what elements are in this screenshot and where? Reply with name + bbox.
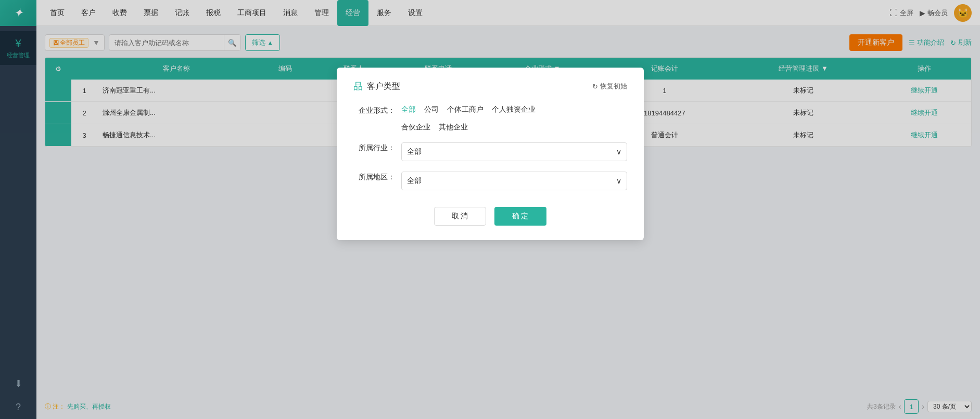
- enterprise-type-list: 全部公司个体工商户个人独资企业合伙企业其他企业: [401, 105, 627, 132]
- region-chevron-icon: ∨: [616, 177, 621, 185]
- region-label: 所属地区：: [353, 172, 395, 182]
- region-select[interactable]: 全部 ∨: [401, 172, 627, 190]
- region-row: 所属地区： 全部 ∨: [353, 172, 627, 190]
- modal-overlay: 品 客户类型 ↻ 恢复初始 企业形式： 全部公司个体工商户个人独资企业合伙企业其…: [0, 0, 980, 419]
- modal-header: 品 客户类型 ↻ 恢复初始: [353, 80, 627, 93]
- enterprise-type-option-其他企业[interactable]: 其他企业: [439, 123, 468, 132]
- reset-button[interactable]: ↻ 恢复初始: [592, 82, 627, 91]
- industry-chevron-icon: ∨: [616, 148, 621, 156]
- enterprise-form-row: 企业形式： 全部公司个体工商户个人独资企业合伙企业其他企业: [353, 105, 627, 132]
- enterprise-type-option-个人独资企业[interactable]: 个人独资企业: [492, 105, 536, 114]
- enterprise-options: 全部公司个体工商户个人独资企业合伙企业其他企业: [401, 105, 627, 132]
- cancel-button[interactable]: 取 消: [434, 207, 486, 226]
- enterprise-form-label: 企业形式：: [353, 105, 395, 115]
- enterprise-type-option-全部[interactable]: 全部: [401, 105, 416, 114]
- industry-label: 所属行业：: [353, 142, 395, 153]
- reset-icon: ↻: [592, 83, 598, 90]
- modal-title: 品 客户类型: [353, 80, 400, 93]
- customer-type-icon: 品: [353, 80, 363, 93]
- industry-row: 所属行业： 全部 ∨: [353, 142, 627, 161]
- filter-modal: 品 客户类型 ↻ 恢复初始 企业形式： 全部公司个体工商户个人独资企业合伙企业其…: [337, 68, 644, 240]
- modal-footer: 取 消 确 定: [353, 207, 627, 226]
- region-select-wrapper: 全部 ∨: [401, 172, 627, 190]
- enterprise-type-option-合伙企业[interactable]: 合伙企业: [401, 123, 430, 132]
- confirm-button[interactable]: 确 定: [494, 207, 546, 226]
- enterprise-type-option-公司[interactable]: 公司: [424, 105, 439, 114]
- enterprise-type-option-个体工商户[interactable]: 个体工商户: [447, 105, 483, 114]
- industry-select[interactable]: 全部 ∨: [401, 142, 627, 161]
- industry-select-wrapper: 全部 ∨: [401, 142, 627, 161]
